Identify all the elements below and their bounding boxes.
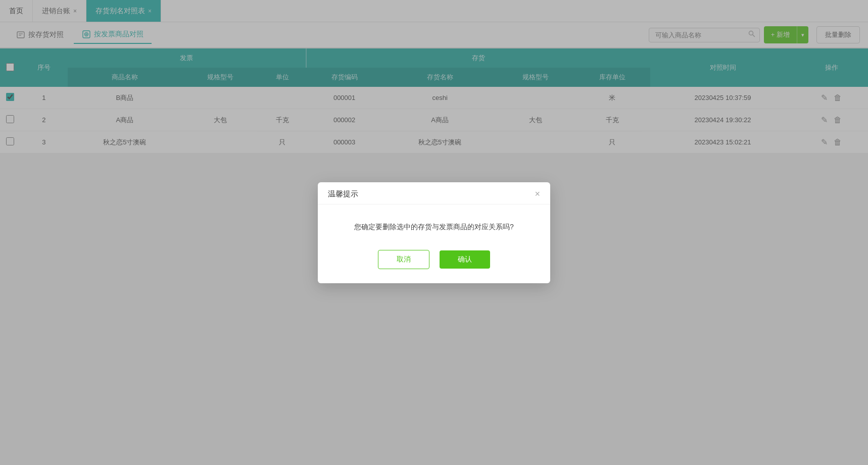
modal-overlay: 温馨提示 × 您确定要删除选中的存货与发票商品的对应关系吗? 取消 确认 [0, 0, 868, 153]
